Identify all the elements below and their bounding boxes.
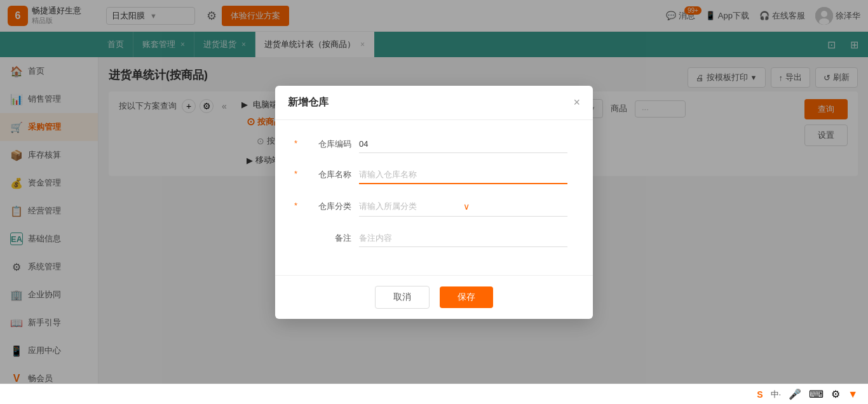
zh-icon: 中· xyxy=(771,389,782,400)
cancel-button[interactable]: 取消 xyxy=(375,286,430,309)
type-arrow-icon: ∨ xyxy=(463,201,567,212)
mic-icon[interactable]: 🎤 xyxy=(789,388,801,400)
keyboard-icon[interactable]: ⌨ xyxy=(809,388,824,400)
form-row-name: 仓库名称 xyxy=(301,166,567,184)
dialog-new-warehouse: 新增仓库 × 仓库编码 仓库名称 仓库分类 请输入所属分类 ∨ xyxy=(275,86,593,319)
form-row-code: 仓库编码 xyxy=(301,135,567,153)
code-label: 仓库编码 xyxy=(301,138,351,150)
remark-input[interactable] xyxy=(359,229,567,247)
form-row-remark: 备注 xyxy=(301,229,567,247)
save-button[interactable]: 保存 xyxy=(440,286,493,308)
type-select[interactable]: 请输入所属分类 ∨ xyxy=(359,197,567,217)
shuang-icon: S xyxy=(757,389,763,400)
dialog-title: 新增仓库 xyxy=(288,96,329,109)
modal-overlay: 新增仓库 × 仓库编码 仓库名称 仓库分类 请输入所属分类 ∨ xyxy=(0,0,868,404)
status-bar: S 中· 🎤 ⌨ ⚙ ▼ xyxy=(0,384,868,404)
name-input[interactable] xyxy=(359,166,567,184)
close2-icon[interactable]: ▼ xyxy=(848,389,858,400)
remark-label: 备注 xyxy=(301,232,351,244)
type-label: 仓库分类 xyxy=(301,201,351,212)
name-label: 仓库名称 xyxy=(301,169,351,180)
dialog-header: 新增仓库 × xyxy=(275,86,593,120)
dialog-body: 仓库编码 仓库名称 仓库分类 请输入所属分类 ∨ 备注 xyxy=(275,120,593,275)
dialog-footer: 取消 保存 xyxy=(275,275,593,319)
form-row-type: 仓库分类 请输入所属分类 ∨ xyxy=(301,197,567,217)
settings2-icon[interactable]: ⚙ xyxy=(831,388,840,400)
dialog-close-button[interactable]: × xyxy=(573,97,580,108)
code-input[interactable] xyxy=(359,135,567,153)
